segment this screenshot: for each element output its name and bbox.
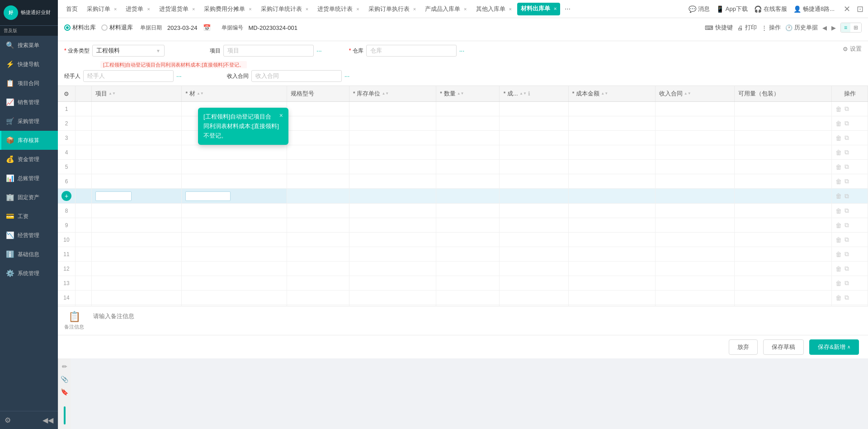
copy-row-2-icon[interactable]: ⧉ bbox=[844, 119, 849, 127]
calendar-icon[interactable]: 📅 bbox=[203, 24, 211, 31]
tab-incoming-close[interactable]: × bbox=[147, 6, 150, 12]
tab-purchase-order-close[interactable]: × bbox=[114, 6, 117, 12]
tab-purchase-stats-close[interactable]: × bbox=[306, 6, 308, 12]
copy-row-5-icon[interactable]: ⧉ bbox=[844, 163, 849, 171]
operations-btn[interactable]: ⋮ 操作 bbox=[761, 24, 781, 32]
sidebar-menu-item-system[interactable]: ⚙️ 系统管理 bbox=[0, 264, 58, 283]
right-panel-attach-icon[interactable]: 📎 bbox=[61, 376, 68, 383]
delete-row-4-icon[interactable]: 🗑 bbox=[835, 149, 842, 156]
tab-incoming-stats-close[interactable]: × bbox=[356, 6, 359, 12]
tab-incoming-returns[interactable]: 进货退货单 × bbox=[156, 3, 198, 15]
view-grid-btn[interactable]: ⊞ bbox=[850, 23, 861, 32]
radio-material-out[interactable]: 材料出库 bbox=[64, 24, 96, 32]
view-list-btn[interactable]: ≡ bbox=[841, 23, 850, 32]
delete-row-11-icon[interactable]: 🗑 bbox=[835, 251, 842, 258]
warehouse-input[interactable]: 仓库 bbox=[366, 45, 457, 57]
copy-row-4-icon[interactable]: ⧉ bbox=[844, 148, 849, 156]
th-cost[interactable]: * 成... ▲▼ ℹ bbox=[500, 86, 568, 102]
copy-row-13-icon[interactable]: ⧉ bbox=[844, 279, 849, 287]
tab-purchase-cost[interactable]: 采购费用分摊单 × bbox=[200, 3, 255, 15]
copy-row-8-icon[interactable]: ⧉ bbox=[844, 207, 849, 214]
topbar-more-btn[interactable]: ⋯ bbox=[562, 5, 573, 13]
memo-input[interactable] bbox=[89, 311, 862, 321]
copy-row-1-icon[interactable]: ⧉ bbox=[844, 105, 849, 113]
sidebar-menu-item-operations[interactable]: 📉 经营管理 bbox=[0, 226, 58, 245]
delete-row-2-icon[interactable]: 🗑 bbox=[835, 120, 842, 127]
sidebar-menu-item-sales[interactable]: 📈 销售管理 bbox=[0, 93, 58, 112]
settings-btn[interactable]: ⚙ 设置 bbox=[843, 45, 862, 53]
date-value[interactable]: 2023-03-24 bbox=[167, 24, 198, 31]
delete-row-10-icon[interactable]: 🗑 bbox=[835, 236, 842, 243]
prev-record-btn[interactable]: ◀ bbox=[822, 24, 827, 31]
project-more-btn[interactable]: ··· bbox=[316, 47, 322, 54]
print-btn[interactable]: 🖨 打印 bbox=[737, 24, 757, 32]
th-qty[interactable]: * 数量 ▲▼ bbox=[436, 86, 499, 102]
tooltip-close-btn[interactable]: × bbox=[279, 112, 283, 119]
quick-btn[interactable]: ⌨ 快捷键 bbox=[705, 24, 733, 32]
sidebar-menu-item-finance[interactable]: 💰 资金管理 bbox=[0, 150, 58, 169]
topbar-icon-btn[interactable]: ⊡ bbox=[857, 4, 863, 14]
tab-purchase-exec[interactable]: 采购订单执行表 × bbox=[365, 3, 420, 15]
delete-row-6-icon[interactable]: 🗑 bbox=[835, 178, 842, 185]
add-row-btn[interactable]: + bbox=[61, 191, 71, 201]
tab-purchase-order[interactable]: 采购订单 × bbox=[83, 3, 120, 15]
tab-product-stock-close[interactable]: × bbox=[464, 6, 467, 12]
delete-row-1-icon[interactable]: 🗑 bbox=[835, 105, 842, 113]
tab-home[interactable]: 首页 bbox=[62, 3, 81, 15]
project-input[interactable]: 项目 bbox=[223, 45, 314, 57]
th-project[interactable]: 项目 ▲▼ bbox=[92, 86, 182, 102]
business-type-input[interactable]: 工程领料 ▼ bbox=[92, 45, 165, 57]
th-unit[interactable]: * 库存单位 ▲▼ bbox=[349, 86, 436, 102]
tab-material-out-close[interactable]: × bbox=[554, 6, 557, 11]
copy-row-10-icon[interactable]: ⧉ bbox=[844, 236, 849, 243]
copy-row-14-icon[interactable]: ⧉ bbox=[844, 294, 849, 301]
delete-row-14-icon[interactable]: 🗑 bbox=[835, 294, 842, 301]
delete-row-9-icon[interactable]: 🗑 bbox=[835, 222, 842, 229]
tab-incoming-returns-close[interactable]: × bbox=[192, 6, 195, 12]
topbar-close-btn[interactable]: ✕ bbox=[844, 4, 850, 14]
tab-incoming[interactable]: 进货单 × bbox=[122, 3, 153, 15]
delete-row-12-icon[interactable]: 🗑 bbox=[835, 265, 842, 272]
tab-purchase-exec-close[interactable]: × bbox=[413, 6, 416, 12]
handler-more-btn[interactable]: ··· bbox=[176, 72, 182, 80]
tab-product-stock[interactable]: 产成品入库单 × bbox=[421, 3, 470, 15]
tab-material-out[interactable]: 材料出库单 × bbox=[517, 3, 560, 15]
app-download-btn[interactable]: 📱 App下载 bbox=[716, 5, 748, 13]
th-income[interactable]: 收入合同 ▲▼ bbox=[655, 86, 734, 102]
history-btn[interactable]: 🕐 历史单据 bbox=[785, 24, 818, 32]
save-draft-button[interactable]: 保存草稿 bbox=[763, 339, 804, 355]
discard-button[interactable]: 放弃 bbox=[729, 339, 758, 355]
delete-row-3-icon[interactable]: 🗑 bbox=[835, 134, 842, 142]
copy-row-11-icon[interactable]: ⧉ bbox=[844, 250, 849, 258]
copy-row-3-icon[interactable]: ⧉ bbox=[844, 134, 849, 142]
handler-input[interactable]: 经手人 bbox=[83, 70, 174, 82]
sidebar-menu-item-payroll[interactable]: 💳 工资 bbox=[0, 207, 58, 226]
delete-row-13-icon[interactable]: 🗑 bbox=[835, 280, 842, 287]
tab-other-stock[interactable]: 其他入库单 × bbox=[472, 3, 515, 15]
copy-row-6-icon[interactable]: ⧉ bbox=[844, 177, 849, 185]
th-settings[interactable]: ⚙ bbox=[58, 86, 75, 102]
sidebar-menu-item-quick-nav[interactable]: ⚡ 快捷导航 bbox=[0, 55, 58, 74]
save-new-button[interactable]: 保存&新增 ∧ bbox=[809, 339, 859, 355]
th-material[interactable]: * 材 ▲▼ bbox=[182, 86, 287, 102]
next-record-btn[interactable]: ▶ bbox=[831, 24, 836, 31]
row-7-col2-input[interactable] bbox=[185, 191, 231, 201]
copy-row-9-icon[interactable]: ⧉ bbox=[844, 221, 849, 229]
sidebar-collapse-icon[interactable]: ◀◀ bbox=[42, 416, 53, 424]
right-panel-bookmark-icon[interactable]: 🔖 bbox=[61, 388, 68, 396]
row-7-col1-input[interactable] bbox=[95, 191, 132, 201]
warehouse-more-btn[interactable]: ··· bbox=[459, 47, 465, 54]
cost-info-icon[interactable]: ℹ bbox=[528, 91, 530, 97]
tab-other-stock-close[interactable]: × bbox=[509, 6, 512, 12]
radio-material-return[interactable]: 材料退库 bbox=[101, 24, 133, 32]
sidebar-menu-item-basic-info[interactable]: ℹ️ 基础信息 bbox=[0, 245, 58, 264]
tab-purchase-stats[interactable]: 采购订单统计表 × bbox=[257, 3, 312, 15]
right-panel-edit-icon[interactable]: ✏ bbox=[62, 363, 67, 370]
sidebar-menu-item-purchase[interactable]: 🛒 采购管理 bbox=[0, 112, 58, 131]
order-value[interactable]: MD-20230324-001 bbox=[249, 24, 297, 31]
delete-row-7-icon[interactable]: 🗑 bbox=[835, 192, 842, 200]
sidebar-menu-item-assets[interactable]: 🏢 固定资产 bbox=[0, 188, 58, 207]
sidebar-settings-icon[interactable]: ⚙ bbox=[5, 416, 11, 424]
th-cost-amt[interactable]: * 成本金额 ▲▼ bbox=[568, 86, 655, 102]
sidebar-menu-item-ledger[interactable]: 📊 总账管理 bbox=[0, 169, 58, 188]
